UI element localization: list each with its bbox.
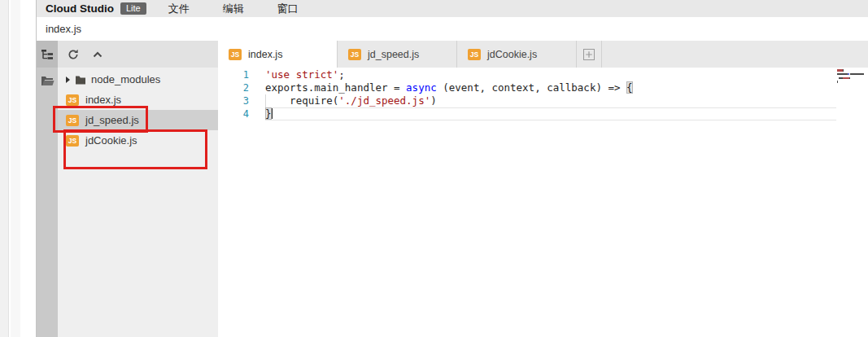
line-number: 4 <box>218 107 249 120</box>
code-token: async <box>406 81 437 94</box>
code-token: (event, context, callback) => <box>437 81 626 94</box>
code-token: ) <box>430 94 437 107</box>
tab-label: jd_speed.js <box>368 49 419 60</box>
menu-items: 文件编辑窗口 <box>168 2 299 16</box>
line-number: 3 <box>218 94 249 107</box>
cloud-studio-window: Cloud Studio Lite 文件编辑窗口 index.js <box>36 0 868 337</box>
js-file-icon: JS <box>66 115 79 126</box>
code-line-1[interactable]: 1'use strict'; <box>218 68 868 81</box>
menu-item[interactable]: 编辑 <box>223 2 244 16</box>
minimap-line <box>837 81 866 83</box>
code-token: exports.main_handler = <box>265 81 406 94</box>
menu-item[interactable]: 文件 <box>168 2 190 16</box>
tab-index-js[interactable]: JSindex.js <box>218 41 338 68</box>
matched-bracket: } <box>265 107 272 120</box>
code-token: './jd_speed.js' <box>338 94 430 107</box>
code-line-4[interactable]: 4} <box>218 107 868 120</box>
file-explorer-panel: node_modulesJSindex.jsJSjd_speed.jsJSjdC… <box>58 41 218 337</box>
tree-item-label: jdCookie.js <box>85 134 137 147</box>
new-tab-button[interactable] <box>577 41 602 68</box>
minimap-line <box>837 77 866 79</box>
expand-arrow-icon[interactable] <box>66 77 70 83</box>
plus-icon <box>583 49 595 60</box>
text-cursor <box>272 108 273 119</box>
tree-item-label: index.js <box>85 94 121 106</box>
js-file-icon: JS <box>66 135 79 147</box>
line-content: 'use strict'; <box>265 68 345 81</box>
explorer-toolbar <box>58 41 218 68</box>
line-number: 2 <box>218 81 249 94</box>
tab-label: jdCookie.js <box>487 49 537 60</box>
minimap[interactable] <box>837 69 866 85</box>
js-file-icon: JS <box>348 49 361 60</box>
refresh-button[interactable] <box>66 47 81 62</box>
activity-rail <box>37 41 58 337</box>
tab-bar: JSindex.jsJSjd_speed.jsJSjdCookie.js <box>218 41 868 68</box>
tab-jdcookie-js[interactable]: JSjdCookie.js <box>457 41 577 68</box>
app-brand: Cloud Studio <box>46 2 114 15</box>
collapse-all-button[interactable] <box>90 47 105 62</box>
tree-item-node-modules[interactable]: node_modules <box>58 69 218 90</box>
open-folder-icon <box>41 76 55 86</box>
matched-bracket: { <box>626 81 633 94</box>
tree-item-index-js[interactable]: JSindex.js <box>58 90 218 110</box>
window-title: index.js <box>46 23 81 35</box>
lite-badge: Lite <box>120 2 146 15</box>
main-area: node_modulesJSindex.jsJSjd_speed.jsJSjdC… <box>37 41 868 337</box>
chevron-up-icon <box>93 51 103 58</box>
line-content: require('./jd_speed.js') <box>265 94 437 107</box>
line-content: } <box>265 107 273 120</box>
tree-item-jdcookie-js[interactable]: JSjdCookie.js <box>58 130 218 151</box>
menu-item[interactable]: 窗口 <box>277 2 299 16</box>
tab-label: index.js <box>248 49 282 60</box>
minimap-line <box>837 69 866 72</box>
minimap-line <box>837 73 866 76</box>
tree-item-label: node_modules <box>91 73 160 85</box>
code-token: 'use strict' <box>265 68 338 81</box>
code-editor[interactable]: 1'use strict';2exports.main_handler = as… <box>218 68 868 337</box>
code-line-2[interactable]: 2exports.main_handler = async (event, co… <box>218 81 868 94</box>
code-area: 1'use strict';2exports.main_handler = as… <box>218 68 868 120</box>
editor-group: JSindex.jsJSjd_speed.jsJSjdCookie.js 1'u… <box>218 41 868 337</box>
js-file-icon: JS <box>468 49 481 60</box>
tree-outline-icon <box>41 49 54 60</box>
page-left-margin-strip-2 <box>11 0 20 337</box>
tree-item-label: jd_speed.js <box>85 114 139 126</box>
title-bar: index.js <box>37 17 868 41</box>
line-content: exports.main_handler = async (event, con… <box>265 81 633 94</box>
folder-icon <box>75 75 86 85</box>
js-file-icon: JS <box>229 49 242 60</box>
menu-bar: Cloud Studio Lite 文件编辑窗口 <box>37 0 868 17</box>
refresh-icon <box>68 49 79 60</box>
outline-view-button[interactable] <box>37 41 58 68</box>
line-number: 1 <box>218 68 249 81</box>
tab-jd-speed-js[interactable]: JSjd_speed.js <box>338 41 457 68</box>
tree-item-jd-speed-js[interactable]: JSjd_speed.js <box>58 110 218 130</box>
code-line-3[interactable]: 3 require('./jd_speed.js') <box>218 94 868 107</box>
js-file-icon: JS <box>66 94 79 106</box>
code-token: ; <box>338 68 345 81</box>
file-explorer-button[interactable] <box>37 68 58 94</box>
page-left-margin-strip <box>0 0 9 337</box>
code-token: require( <box>265 94 338 107</box>
file-tree: node_modulesJSindex.jsJSjd_speed.jsJSjdC… <box>58 68 218 151</box>
